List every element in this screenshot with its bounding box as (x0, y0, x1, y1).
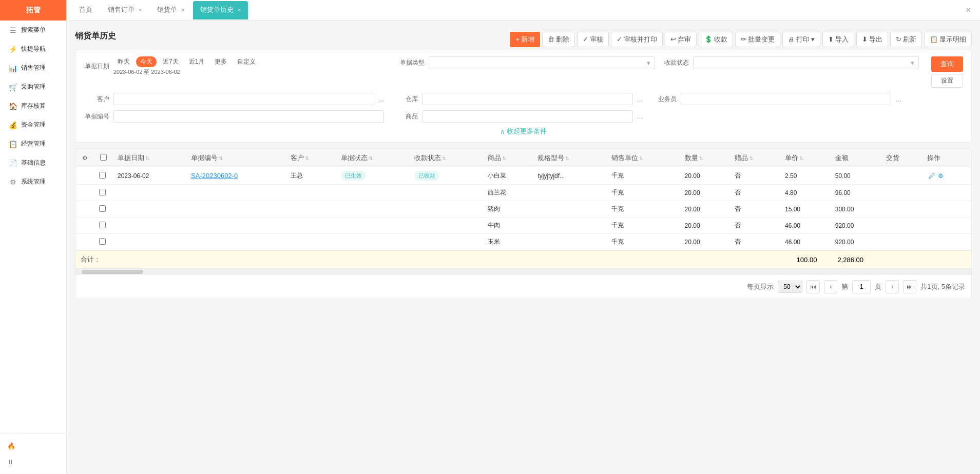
row-checkbox-3[interactable] (94, 218, 112, 234)
tab-sales-order-close[interactable]: × (139, 7, 142, 13)
row-docno-2[interactable] (186, 201, 285, 218)
date-tag-yesterday[interactable]: 昨天 (113, 56, 134, 67)
col-date[interactable]: 单据日期⇅ (112, 149, 186, 167)
add-button[interactable]: + 新增 (510, 32, 540, 47)
col-price[interactable]: 单价⇅ (780, 149, 830, 167)
tab-sales-history[interactable]: 销货单历史 × (193, 1, 248, 19)
row-docno-link-0[interactable]: SA-20230602-0 (191, 172, 238, 180)
sidebar-item-sysmgmt[interactable]: ⚙ 系统管理 (0, 172, 66, 191)
scrollbar-area[interactable] (75, 268, 971, 274)
last-page-btn[interactable]: ⏭ (903, 280, 916, 293)
tab-sales-invoice[interactable]: 销货单 × (150, 1, 191, 19)
date-tag-1month[interactable]: 近1月 (185, 56, 209, 67)
sidebar-pause-btn[interactable]: ⏸ (0, 454, 66, 470)
batch-change-button[interactable]: ✏ 批量变更 (735, 32, 780, 47)
date-tag-7days[interactable]: 近7天 (159, 56, 183, 67)
warehouse-dots[interactable]: ... (637, 95, 643, 103)
staff-input[interactable] (681, 93, 891, 105)
sidebar-item-sales[interactable]: 📊 销售管理 (0, 58, 66, 77)
col-goods[interactable]: 商品⇅ (483, 149, 533, 167)
tab-sales-history-close[interactable]: × (238, 7, 241, 13)
col-paystatus-label: 收款状态 (414, 154, 441, 162)
col-spec[interactable]: 规格型号⇅ (532, 149, 606, 167)
row-check-1[interactable] (99, 189, 106, 195)
row-docno-1[interactable] (186, 185, 285, 201)
col-qty[interactable]: 数量⇅ (680, 149, 730, 167)
next-page-btn[interactable]: › (886, 280, 899, 293)
row-checkbox-4[interactable] (94, 234, 112, 250)
warehouse-input[interactable] (422, 93, 632, 105)
action-edit-0[interactable]: 🖊 (927, 172, 936, 180)
collapse-button[interactable]: ∧ 收起更多条件 (500, 127, 547, 136)
payment-status-select[interactable]: ▾ (693, 56, 919, 69)
approve-print-button[interactable]: ✓ 审核并打印 (611, 32, 663, 47)
customer-input[interactable] (113, 93, 374, 105)
per-page-select[interactable]: 50 (778, 281, 802, 293)
col-checkbox[interactable] (94, 149, 112, 167)
approve-button[interactable]: ✓ 审核 (577, 32, 609, 47)
col-customer[interactable]: 客户⇅ (285, 149, 336, 167)
col-action-label: 操作 (927, 154, 940, 162)
date-tag-today[interactable]: 今天 (136, 56, 157, 67)
sidebar-item-purchase[interactable]: 🛒 采购管理 (0, 77, 66, 96)
sidebar-item-quicknav[interactable]: ⚡ 快捷导航 (0, 40, 66, 58)
tab-sales-order-label: 销售订单 (108, 5, 134, 14)
import-button[interactable]: ⬆ 导入 (822, 32, 854, 47)
tab-sales-order[interactable]: 销售订单 × (101, 1, 149, 19)
table-row: 牛肉 千克 20.00 否 46.00 920.00 (75, 218, 971, 234)
doc-type-select[interactable]: ▾ (429, 56, 655, 69)
page-input[interactable] (852, 280, 871, 293)
select-all-checkbox[interactable] (100, 154, 107, 161)
query-button[interactable]: 查询 (931, 56, 963, 72)
sidebar-label-sysmgmt: 系统管理 (21, 177, 46, 186)
action-more-0[interactable]: ⚙ (936, 172, 945, 180)
collect-button[interactable]: 💲 收款 (699, 32, 733, 47)
row-check-0[interactable] (99, 172, 106, 179)
row-docno-0[interactable]: SA-20230602-0 (186, 167, 285, 185)
col-gift[interactable]: 赠品⇅ (729, 149, 780, 167)
print-button[interactable]: 🖨 打印 ▾ (782, 32, 820, 47)
show-detail-button[interactable]: 📋 显示明细 (924, 32, 972, 47)
tab-bar: 首页 销售订单 × 销货单 × 销货单历史 × × (67, 0, 980, 21)
close-all-tabs-btn[interactable]: × (962, 6, 975, 15)
row-check-3[interactable] (99, 222, 106, 228)
prev-page-btn[interactable]: ‹ (824, 280, 837, 293)
col-unit[interactable]: 销售单位⇅ (606, 149, 680, 167)
col-docstatus[interactable]: 单据状态⇅ (336, 149, 409, 167)
goods-dots[interactable]: ... (637, 112, 643, 121)
tab-home[interactable]: 首页 (72, 1, 100, 19)
col-paystatus[interactable]: 收款状态⇅ (409, 149, 483, 167)
customer-dots[interactable]: ... (378, 95, 385, 103)
row-checkbox-2[interactable] (94, 201, 112, 218)
row-check-4[interactable] (99, 238, 106, 245)
sidebar-item-search[interactable]: ☰ 搜索菜单 (0, 21, 66, 40)
sidebar-item-finance[interactable]: 💰 资金管理 (0, 115, 66, 134)
export-button[interactable]: ⬇ 导出 (856, 32, 888, 47)
goods-input[interactable] (422, 110, 632, 123)
sidebar-item-ops[interactable]: 📋 经营管理 (0, 134, 66, 153)
sidebar-item-inventory[interactable]: 🏠 库存核算 (0, 96, 66, 115)
row-docno-3[interactable] (186, 218, 285, 234)
col-docno[interactable]: 单据编号⇅ (186, 149, 285, 167)
tab-sales-invoice-label: 销货单 (157, 5, 177, 14)
row-amount-1: 96.00 (830, 185, 881, 201)
sidebar-fire-btn[interactable]: 🔥 (0, 438, 66, 454)
row-check-2[interactable] (99, 205, 106, 212)
row-docno-4[interactable] (186, 234, 285, 250)
row-checkbox-1[interactable] (94, 185, 112, 201)
date-tag-custom[interactable]: 自定义 (233, 56, 260, 67)
refresh-button[interactable]: ↻ 刷新 (890, 32, 922, 47)
first-page-btn[interactable]: ⏮ (806, 280, 820, 293)
scrollbar-thumb[interactable] (82, 270, 143, 274)
col-settings[interactable]: ⚙ (75, 149, 94, 167)
sidebar-item-baseinfo[interactable]: 📄 基础信息 (0, 153, 66, 172)
staff-dots[interactable]: ... (895, 95, 901, 103)
docno-input[interactable] (113, 110, 384, 123)
pause-icon: ⏸ (7, 458, 14, 466)
row-checkbox-0[interactable] (94, 167, 112, 185)
date-tag-more[interactable]: 更多 (210, 56, 231, 67)
settings-button[interactable]: 设置 (931, 74, 963, 88)
delete-button[interactable]: 🗑 删除 (542, 32, 575, 47)
tab-sales-invoice-close[interactable]: × (181, 7, 184, 13)
unapprove-button[interactable]: ↩ 弃审 (665, 32, 697, 47)
